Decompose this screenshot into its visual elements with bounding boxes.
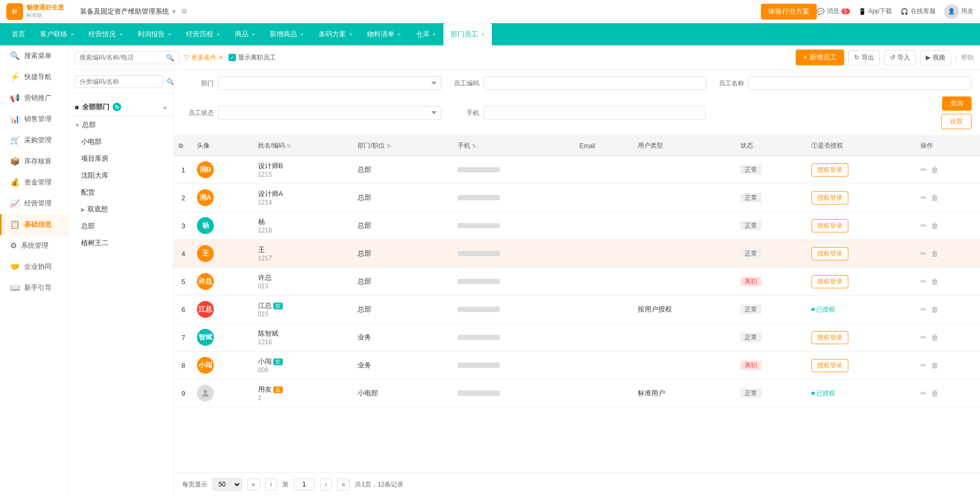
- edit-icon[interactable]: ✏: [920, 389, 927, 397]
- edit-icon[interactable]: ✏: [920, 249, 927, 258]
- show-resigned-wrap[interactable]: ✓ 显示离职员工: [229, 53, 276, 62]
- nav-tab-profit[interactable]: 利润报告 ×: [130, 23, 179, 45]
- dept-node-1[interactable]: 小电部: [68, 133, 173, 150]
- edit-icon[interactable]: ✏: [920, 166, 927, 174]
- col-phone[interactable]: 手机 ⇅: [453, 136, 575, 156]
- close-icon[interactable]: ×: [300, 31, 303, 37]
- edit-icon[interactable]: ✏: [920, 361, 927, 369]
- edit-icon[interactable]: ✏: [920, 333, 927, 342]
- sidebar-item-collab[interactable]: 🤝 企业协同: [0, 256, 68, 277]
- close-icon[interactable]: ×: [71, 31, 74, 37]
- col-name-code[interactable]: 姓名/编码 ⇅: [254, 136, 354, 156]
- close-icon[interactable]: ×: [252, 31, 255, 37]
- delete-icon[interactable]: 🗑: [931, 389, 938, 397]
- query-btn[interactable]: 查询: [942, 96, 972, 111]
- dept-node-2[interactable]: 项目库房: [68, 150, 173, 167]
- nav-tab-operation[interactable]: 经营情况 ×: [81, 23, 130, 45]
- dept-node-4[interactable]: 配货: [68, 184, 173, 201]
- sidebar-item-search[interactable]: 🔍 搜索菜单: [0, 45, 68, 66]
- auth-btn[interactable]: 授权登录: [811, 331, 848, 344]
- close-icon[interactable]: ×: [398, 31, 401, 37]
- sidebar-item-inventory[interactable]: 📦 库存核算: [0, 151, 68, 172]
- sidebar-item-basic[interactable]: 📋 基础信息: [0, 214, 68, 235]
- more-filter-btn[interactable]: ▽ 更多条件 ∧: [184, 53, 223, 62]
- next-page-btn[interactable]: ›: [320, 479, 332, 490]
- dept-node-7[interactable]: 植树王二: [68, 235, 173, 251]
- auth-btn[interactable]: 授权登录: [811, 219, 848, 232]
- sidebar-item-finance[interactable]: 💰 资金管理: [0, 172, 68, 193]
- nav-tab-bom[interactable]: 物料清单 ×: [360, 23, 408, 45]
- online-service-btn[interactable]: 🎧 在线客服: [900, 7, 936, 16]
- dept-collapse-icon[interactable]: «: [163, 103, 167, 111]
- nav-tab-customer[interactable]: 客户联络 ×: [33, 23, 81, 45]
- nav-tab-new-goods[interactable]: 新增商品 ×: [262, 23, 311, 45]
- delete-icon[interactable]: 🗑: [931, 305, 938, 314]
- nav-tab-dept-staff[interactable]: 部门员工 ×: [443, 23, 492, 45]
- close-icon[interactable]: ×: [216, 31, 220, 37]
- delete-icon[interactable]: 🗑: [931, 361, 938, 369]
- user-area[interactable]: 👤 用友: [944, 4, 974, 19]
- page-input[interactable]: [294, 479, 315, 490]
- delete-icon[interactable]: 🗑: [931, 166, 938, 174]
- dept-search-input[interactable]: [75, 75, 163, 88]
- sidebar-item-guide[interactable]: 📖 新手引导: [0, 277, 68, 298]
- auth-btn[interactable]: 授权登录: [811, 275, 848, 288]
- emp-status-select[interactable]: [218, 106, 441, 120]
- settings-icon[interactable]: ⚙: [181, 7, 187, 15]
- nav-tab-goods[interactable]: 商品 ×: [227, 23, 262, 45]
- auth-btn[interactable]: 授权登录: [811, 163, 848, 177]
- first-page-btn[interactable]: «: [247, 479, 260, 490]
- message-btn[interactable]: 💬 消息 5: [817, 7, 850, 16]
- view-btn[interactable]: ▶ 视频: [920, 50, 951, 65]
- sidebar-item-sales[interactable]: 📊 销售管理: [0, 109, 68, 130]
- dept-select[interactable]: [218, 76, 441, 90]
- auth-btn[interactable]: 授权登录: [811, 191, 848, 205]
- search-btn-icon[interactable]: 🔍: [166, 54, 174, 62]
- sidebar-item-system[interactable]: ⚙ 系统管理: [0, 235, 68, 256]
- close-icon[interactable]: ×: [433, 31, 436, 37]
- last-page-btn[interactable]: »: [337, 479, 350, 490]
- delete-icon[interactable]: 🗑: [931, 193, 938, 202]
- dropdown-icon[interactable]: ▾: [172, 7, 176, 15]
- sidebar-item-marketing[interactable]: 📢 营销推广: [0, 87, 68, 109]
- delete-icon[interactable]: 🗑: [931, 333, 938, 342]
- edit-icon[interactable]: ✏: [920, 193, 927, 202]
- prev-page-btn[interactable]: ‹: [265, 479, 277, 490]
- col-dept-pos[interactable]: 部门/职位 ⇅: [353, 136, 453, 156]
- edit-icon[interactable]: ✏: [920, 277, 927, 286]
- close-icon[interactable]: ×: [168, 31, 171, 37]
- sidebar-item-purchase[interactable]: 🛒 采购管理: [0, 130, 68, 151]
- export-btn[interactable]: ↻ 导出: [848, 50, 880, 65]
- add-employee-btn[interactable]: + 新增员工: [796, 50, 844, 65]
- dept-node-6[interactable]: 总部: [68, 218, 173, 235]
- delete-icon[interactable]: 🗑: [931, 249, 938, 258]
- nav-tab-history[interactable]: 经营历程 ×: [179, 23, 227, 45]
- search-input[interactable]: [80, 54, 164, 61]
- delete-icon[interactable]: 🗑: [931, 221, 938, 230]
- nav-tab-barcode[interactable]: 条码方案 ×: [311, 23, 360, 45]
- nav-tab-warehouse[interactable]: 仓库 ×: [409, 23, 443, 45]
- dept-node-0[interactable]: ▼ 总部: [68, 116, 173, 133]
- delete-icon[interactable]: 🗑: [931, 277, 938, 286]
- sidebar-item-nav[interactable]: ⚡ 快捷导航: [0, 66, 68, 87]
- edit-icon[interactable]: ✏: [920, 305, 927, 314]
- auth-btn[interactable]: 授权登录: [811, 359, 848, 372]
- close-icon[interactable]: ×: [119, 31, 122, 37]
- per-page-select[interactable]: 50 20 100: [213, 478, 242, 491]
- auth-btn[interactable]: 授权登录: [811, 247, 848, 260]
- sidebar-item-business[interactable]: 📈 经营管理: [0, 193, 68, 214]
- try-industry-btn[interactable]: 体验行业方案: [761, 4, 817, 20]
- nav-tab-home[interactable]: 首页: [4, 23, 33, 45]
- emp-code-input[interactable]: [483, 76, 707, 90]
- dept-node-5[interactable]: ▶ 双底想: [68, 201, 173, 218]
- set-btn[interactable]: 设置: [941, 114, 972, 129]
- col-settings[interactable]: ⚙: [174, 136, 193, 156]
- app-download-btn[interactable]: 📱 App下载: [858, 7, 892, 16]
- help-label[interactable]: 帮助: [961, 53, 974, 62]
- import-btn[interactable]: ↺ 导入: [884, 50, 916, 65]
- dept-search-icon[interactable]: 🔍: [166, 78, 174, 86]
- emp-name-input[interactable]: [748, 76, 972, 90]
- edit-icon[interactable]: ✏: [920, 221, 927, 230]
- close-icon-active[interactable]: ×: [481, 31, 484, 37]
- dept-node-3[interactable]: 沈阳大库: [68, 167, 173, 184]
